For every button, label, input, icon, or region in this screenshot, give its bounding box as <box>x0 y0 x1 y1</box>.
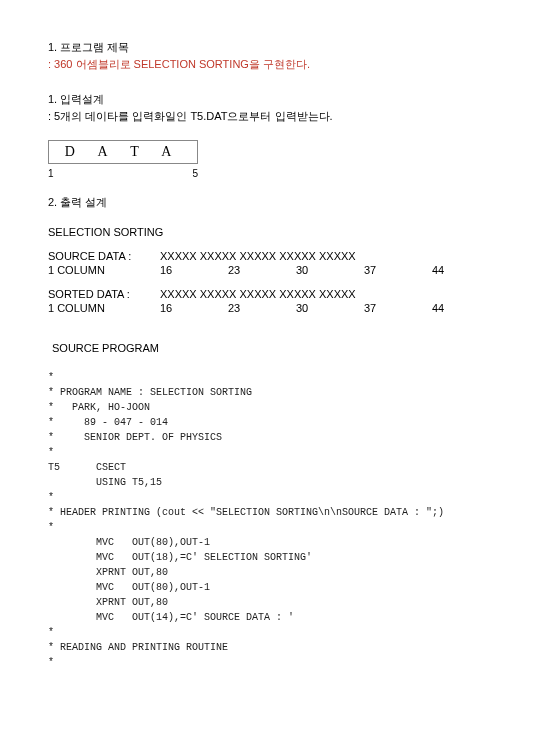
section-input-title: 1. 입력설계 <box>48 92 485 107</box>
source-data-label: SOURCE DATA : <box>48 250 160 262</box>
data-table: D A T A <box>48 140 198 164</box>
section-1-description: : 360 어셈블리로 SELECTION SORTING을 구현한다. <box>48 57 485 72</box>
source-column-label: 1 COLUMN <box>48 264 160 276</box>
sorted-data-values: XXXXX XXXXX XXXXX XXXXX XXXXX <box>160 288 356 300</box>
section-1-title: 1. 프로그램 제목 <box>48 40 485 55</box>
source-program-heading: SOURCE PROGRAM <box>52 342 485 354</box>
source-column-values: 16 23 30 37 44 <box>160 264 460 276</box>
source-code-block: * * PROGRAM NAME : SELECTION SORTING * P… <box>48 370 485 670</box>
section-input-description: : 5개의 데이타를 입력화일인 T5.DAT으로부터 입력받는다. <box>48 109 485 124</box>
col-val: 16 <box>160 264 188 276</box>
output-main-title: SELECTION SORTING <box>48 226 485 238</box>
sorted-data-block: SORTED DATA : XXXXX XXXXX XXXXX XXXXX XX… <box>48 288 485 314</box>
source-data-block: SOURCE DATA : XXXXX XXXXX XXXXX XXXXX XX… <box>48 250 485 276</box>
col-val: 23 <box>228 302 256 314</box>
col-val: 37 <box>364 264 392 276</box>
data-col-end: 5 <box>192 168 198 179</box>
col-val: 23 <box>228 264 256 276</box>
data-col-start: 1 <box>48 168 54 179</box>
sorted-column-label: 1 COLUMN <box>48 302 160 314</box>
section-output-title: 2. 출력 설계 <box>48 195 485 210</box>
col-val: 30 <box>296 302 324 314</box>
col-val: 37 <box>364 302 392 314</box>
data-column-indices: 1 5 <box>48 168 198 179</box>
sorted-data-label: SORTED DATA : <box>48 288 160 300</box>
data-cell-label: D A T A <box>49 141 198 164</box>
col-val: 44 <box>432 302 460 314</box>
col-val: 44 <box>432 264 460 276</box>
col-val: 16 <box>160 302 188 314</box>
sorted-column-values: 16 23 30 37 44 <box>160 302 460 314</box>
col-val: 30 <box>296 264 324 276</box>
source-data-values: XXXXX XXXXX XXXXX XXXXX XXXXX <box>160 250 356 262</box>
